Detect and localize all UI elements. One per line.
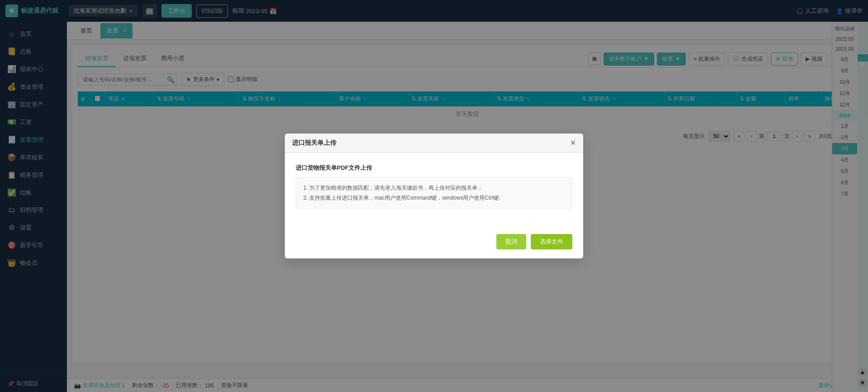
modal-dialog: 进口报关单上传 ✕ 进口货物报关单PDF文件上传 1. 为了更加精准的数据匹配，… bbox=[285, 134, 583, 258]
modal-overlay[interactable]: 进口报关单上传 ✕ 进口货物报关单PDF文件上传 1. 为了更加精准的数据匹配，… bbox=[0, 0, 868, 392]
upload-info-item-1: 1. 为了更加精准的数据匹配，请先录入海关缴款书，再上传对应的报关单； bbox=[303, 183, 565, 193]
select-file-button[interactable]: 选择文件 bbox=[531, 234, 572, 249]
modal-close-button[interactable]: ✕ bbox=[570, 139, 576, 147]
modal-body: 进口货物报关单PDF文件上传 1. 为了更加精准的数据匹配，请先录入海关缴款书，… bbox=[285, 153, 583, 229]
upload-info-box: 1. 为了更加精准的数据匹配，请先录入海关缴款书，再上传对应的报关单； 2. 支… bbox=[296, 177, 572, 209]
modal-title: 进口报关单上传 bbox=[292, 139, 336, 147]
modal-footer: 取消 选择文件 bbox=[285, 229, 583, 258]
modal-cancel-button[interactable]: 取消 bbox=[496, 234, 526, 249]
upload-info-item-2: 2. 支持批量上传进口报关单，mac用户使用Command键，windows用户… bbox=[303, 193, 565, 203]
upload-section-title: 进口货物报关单PDF文件上传 bbox=[296, 164, 572, 172]
modal-header: 进口报关单上传 ✕ bbox=[285, 134, 583, 153]
